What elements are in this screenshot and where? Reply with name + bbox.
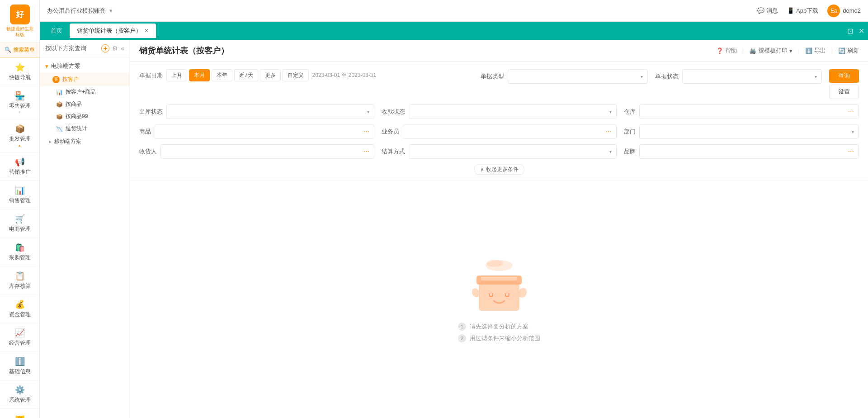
panel-collapse-btn[interactable]: « [121, 45, 124, 52]
svg-rect-2 [479, 281, 519, 311]
message-label: 消息 [766, 7, 778, 15]
system-label: 系统管理 [9, 396, 31, 404]
collapse-icon: ∧ [480, 166, 484, 173]
doc-type-input[interactable]: ▾ [508, 69, 648, 84]
goods-input[interactable]: ··· [155, 124, 374, 139]
help-icon: ❓ [716, 48, 723, 54]
dept-input[interactable]: ▾ [639, 124, 859, 139]
brand-input[interactable]: ··· [639, 144, 859, 159]
tab-close-btn[interactable]: ✕ [144, 28, 149, 34]
doc-status-arrow: ▾ [815, 74, 817, 79]
desktop-arrow: ▾ [45, 63, 48, 70]
sidebar-item-basic[interactable]: ℹ️ 基础信息 [0, 352, 39, 380]
sidebar-item-operations[interactable]: 📈 经营管理 [0, 323, 39, 352]
hint-num-2: 2 [458, 334, 466, 342]
settlement-input[interactable]: ▾ [409, 144, 617, 159]
date-btn-7days[interactable]: 近7天 [234, 69, 258, 81]
export-btn[interactable]: ⬇️ 导出 [805, 47, 826, 55]
by-customer-icon: 客 [52, 76, 60, 83]
header-left: 办公用品行业模拟账套 ▾ [47, 7, 113, 15]
sidebar-item-nav[interactable]: ⭐ 快捷导航 [0, 58, 39, 86]
date-label: 单据日期 [139, 71, 163, 80]
query-btn[interactable]: 查询 [829, 69, 859, 83]
tree-item-by-goods[interactable]: 📦 按商品 [40, 98, 130, 110]
finance-label: 资金管理 [9, 311, 31, 318]
avatar: Ea [827, 5, 840, 17]
finance-icon: 💰 [15, 299, 25, 309]
divider2: | [798, 48, 799, 54]
date-btn-this-year[interactable]: 本年 [212, 69, 232, 81]
message-btn[interactable]: 💬 消息 [757, 7, 778, 15]
tree-item-customer-goods[interactable]: 📊 按客户+商品 [40, 86, 130, 98]
left-panel-header: 按以下方案查询 + ⚙ « [40, 40, 130, 57]
sidebar-item-collab[interactable]: 🤝 企业协同 [0, 409, 39, 418]
page-title: 销货单统计表（按客户） [139, 45, 229, 56]
warehouse-input[interactable]: ··· [639, 104, 859, 119]
refresh-btn[interactable]: 🔄 刷新 [838, 47, 859, 55]
date-btn-current-month[interactable]: 本月 [189, 69, 210, 81]
desktop-section-header[interactable]: ▾ 电脑端方案 [40, 59, 130, 73]
settlement-arrow: ▾ [609, 149, 612, 154]
doc-status-input[interactable]: ▾ [682, 69, 822, 84]
out-status-label: 出库状态 [139, 108, 163, 116]
tab-home[interactable]: 首页 [43, 24, 70, 38]
sidebar-item-wholesale[interactable]: 📦 批发管理 ▴ [0, 119, 39, 152]
tab-sales-stats[interactable]: 销货单统计表（按客户） ✕ [70, 24, 156, 38]
tab-close-all-btn[interactable]: ✕ [859, 27, 864, 35]
settings-btn-right[interactable]: 设置 [829, 85, 859, 99]
header-dropdown-icon[interactable]: ▾ [109, 7, 113, 14]
sidebar-item-system[interactable]: ⚙️ 系统管理 [0, 380, 39, 409]
empty-svg [467, 256, 531, 315]
panel-add-btn[interactable]: + [101, 44, 109, 52]
customer-goods-icon: 📊 [56, 89, 63, 95]
sidebar-item-marketing[interactable]: 📢 营销推广 [0, 152, 39, 181]
sidebar-search[interactable]: 🔍 搜索菜单 [0, 43, 39, 58]
date-btn-more[interactable]: 更多 [260, 69, 281, 81]
sidebar-item-purchase[interactable]: 🛍️ 采购管理 [0, 238, 39, 266]
salesman-dots: ··· [606, 128, 612, 136]
out-status-arrow: ▾ [367, 109, 369, 114]
tree-item-goods99[interactable]: 📦 按商品99 [40, 110, 130, 123]
date-btn-last-month[interactable]: 上月 [166, 69, 187, 81]
hint-text-2: 用过滤条件来缩小分析范围 [470, 334, 540, 342]
payment-status-input[interactable]: ▾ [409, 104, 617, 119]
doc-type-arrow: ▾ [641, 74, 643, 79]
tab-bar: 首页 销货单统计表（按客户） ✕ ⊡ ✕ [40, 22, 868, 40]
help-btn[interactable]: ❓ 帮助 [716, 47, 737, 55]
goods99-label: 按商品99 [66, 113, 88, 120]
collapse-btn[interactable]: ∧ 收起更多条件 [474, 164, 524, 175]
panel-settings-btn[interactable]: ⚙ [112, 45, 118, 52]
refresh-label: 刷新 [847, 47, 859, 55]
out-status-input[interactable]: ▾ [166, 104, 374, 119]
main-area: 办公用品行业模拟账套 ▾ 💬 消息 📱 App下载 Ea demo2 首页 [40, 0, 868, 418]
sidebar-item-retail[interactable]: 🏪 零售管理 ▾ [0, 86, 39, 119]
goods-dots: ··· [363, 128, 369, 136]
customer-goods-label: 按客户+商品 [66, 88, 96, 96]
empty-hint-2: 2 用过滤条件来缩小分析范围 [458, 334, 540, 342]
sidebar-item-ecommerce[interactable]: 🛒 电商管理 [0, 209, 39, 238]
user-profile-btn[interactable]: Ea demo2 [827, 5, 861, 17]
sidebar-nav: 🏪 零售管理 ▾ 📦 批发管理 ▴ 📢 营销推广 📊 销售管理 🛒 电商管理 🛍… [0, 86, 39, 418]
recipient-input[interactable]: ··· [160, 144, 374, 159]
svg-point-1 [486, 260, 503, 267]
salesman-input[interactable]: ··· [403, 124, 617, 139]
basic-label: 基础信息 [9, 368, 31, 375]
date-btn-custom[interactable]: 自定义 [283, 69, 309, 81]
app-download-btn[interactable]: 📱 App下载 [787, 7, 818, 15]
dept-arrow: ▾ [852, 129, 854, 134]
sidebar-item-inventory[interactable]: 📋 库存核算 [0, 266, 39, 295]
tab-restore-btn[interactable]: ⊡ [847, 27, 853, 35]
tree-item-return-stats[interactable]: 📉 退货统计 [40, 123, 130, 135]
print-btn[interactable]: 🖨️ 按模板打印 ▾ [749, 47, 793, 55]
sidebar-item-finance[interactable]: 💰 资金管理 [0, 295, 39, 323]
export-icon: ⬇️ [805, 48, 812, 54]
wholesale-arrow: ▴ [19, 143, 21, 147]
desktop-label: 电脑端方案 [51, 62, 80, 70]
tree-item-by-customer[interactable]: 客 按客户 [40, 73, 130, 86]
warehouse-label: 仓库 [624, 108, 636, 116]
avatar-text: Ea [830, 8, 837, 14]
retail-label: 零售管理 [9, 102, 31, 110]
mobile-section-header[interactable]: ▸ 移动端方案 [40, 135, 130, 148]
logo-text: 畅捷通好生意 标版 [4, 26, 36, 38]
sidebar-item-sales[interactable]: 📊 销售管理 [0, 181, 39, 209]
